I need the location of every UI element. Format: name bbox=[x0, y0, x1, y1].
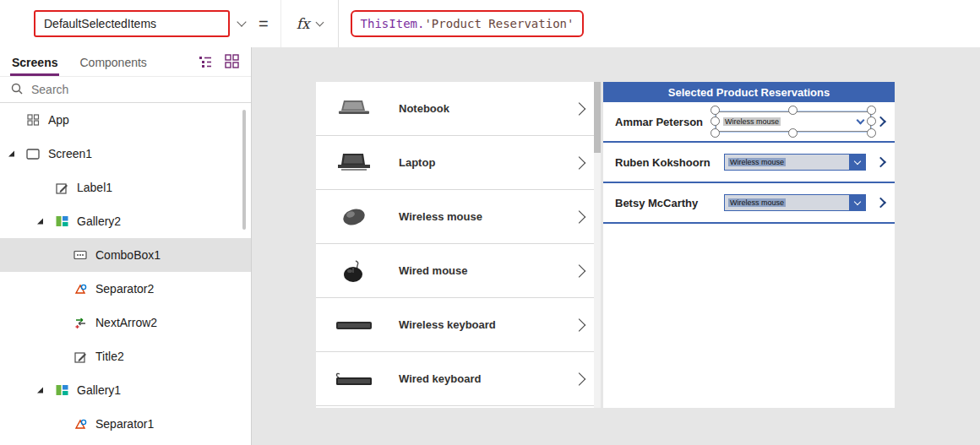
label-icon bbox=[54, 182, 69, 194]
reservation-row[interactable]: Ammar PetersonWireless mouse bbox=[603, 102, 895, 143]
chevron-right-icon[interactable] bbox=[573, 264, 586, 278]
gallery-scrollbar-thumb[interactable] bbox=[594, 82, 601, 153]
selection-handle[interactable] bbox=[710, 117, 720, 126]
panel-view-toggles bbox=[198, 54, 239, 76]
app-canvas: NotebookLaptopWireless mouseWired mouseW… bbox=[252, 47, 980, 445]
gallery-scrollbar[interactable] bbox=[594, 82, 601, 408]
tree-item-label1[interactable]: Label1 bbox=[0, 171, 251, 204]
chevron-down-icon bbox=[315, 19, 324, 27]
title-icon bbox=[73, 350, 88, 363]
tree-item-label: NextArrow2 bbox=[95, 316, 157, 329]
chevron-right-icon[interactable] bbox=[573, 210, 586, 224]
chevron-right-icon[interactable] bbox=[875, 198, 886, 209]
search-input[interactable]: Search bbox=[0, 76, 251, 103]
reservation-combobox[interactable]: Wireless mouse bbox=[724, 194, 866, 211]
tab-screens[interactable]: Screens bbox=[10, 51, 59, 76]
reservation-row[interactable]: Betsy McCarthyWireless mouse bbox=[603, 183, 895, 224]
combobox-value: Wireless mouse bbox=[728, 158, 786, 166]
tree-item-title2[interactable]: Title2 bbox=[0, 339, 251, 373]
tree-item-separator2[interactable]: Separator2 bbox=[0, 272, 251, 306]
combobox-value: Wireless mouse bbox=[728, 198, 786, 207]
tree-item-label: Screen1 bbox=[48, 147, 92, 160]
expander-icon[interactable] bbox=[8, 151, 14, 157]
product-name: Notebook bbox=[399, 102, 449, 115]
property-dropdown-value: DefaultSelectedItems bbox=[44, 17, 156, 30]
fx-label: fx bbox=[297, 15, 310, 32]
grid-view-icon[interactable] bbox=[225, 54, 239, 72]
formula-input[interactable]: ThisItem.'Product Reservation' bbox=[351, 10, 585, 37]
search-icon bbox=[10, 82, 24, 98]
tree-item-label: ComboBox1 bbox=[95, 248, 161, 262]
wired-keyboard-image bbox=[333, 371, 375, 388]
tree-item-app[interactable]: App bbox=[0, 103, 251, 137]
wireless-mouse-image bbox=[333, 206, 375, 228]
reservation-gallery-title: Selected Product Reservations bbox=[668, 86, 830, 99]
chevron-right-icon[interactable] bbox=[573, 102, 586, 116]
tree-item-separator1[interactable]: Separator1 bbox=[0, 407, 251, 441]
panel-scrollbar[interactable] bbox=[242, 110, 246, 230]
product-row[interactable]: Wireless keyboard bbox=[316, 298, 601, 352]
tree-item-label: Separator2 bbox=[95, 282, 154, 296]
combobox-value-wrap: Wireless mouse bbox=[725, 155, 849, 170]
tree-view-icon[interactable] bbox=[198, 55, 213, 72]
reservation-gallery-rows: Ammar PetersonWireless mouseRuben Koksho… bbox=[603, 102, 895, 224]
tree-item-label: Label1 bbox=[77, 181, 112, 194]
tab-components[interactable]: Components bbox=[78, 51, 148, 76]
reservation-row[interactable]: Ruben KokshoornWireless mouse bbox=[603, 143, 895, 183]
separator-icon bbox=[73, 418, 88, 430]
tree-item-combobox1[interactable]: ComboBox1 bbox=[0, 238, 251, 272]
selection-handle[interactable] bbox=[710, 106, 720, 115]
selection-handle[interactable] bbox=[867, 106, 876, 115]
expander-icon[interactable] bbox=[37, 388, 43, 393]
chevron-right-icon[interactable] bbox=[875, 157, 886, 168]
tree-item-label: Separator1 bbox=[95, 417, 154, 431]
reservation-gallery-header: Selected Product Reservations bbox=[603, 82, 895, 102]
selection-handle[interactable] bbox=[710, 128, 720, 138]
separator-icon bbox=[73, 283, 88, 295]
chevron-right-icon[interactable] bbox=[573, 156, 586, 170]
product-row[interactable]: Notebook bbox=[316, 82, 601, 136]
expander-icon[interactable] bbox=[37, 219, 43, 225]
chevron-down-icon[interactable] bbox=[857, 117, 865, 125]
chevron-down-icon bbox=[853, 198, 860, 204]
selection-handle[interactable] bbox=[867, 128, 876, 138]
product-gallery: NotebookLaptopWireless mouseWired mouseW… bbox=[316, 82, 601, 408]
product-row[interactable]: Laptop bbox=[316, 136, 601, 190]
selection-handle[interactable] bbox=[788, 128, 798, 138]
tree-panel: Screens Components Search AppScreen1Labe… bbox=[0, 47, 252, 445]
chevron-right-icon[interactable] bbox=[875, 117, 886, 128]
combobox-dropdown-button[interactable] bbox=[849, 195, 865, 210]
formula-toolbar: DefaultSelectedItems = fx ThisItem.'Prod… bbox=[0, 0, 980, 47]
reservation-combobox-selected[interactable]: Wireless mouse bbox=[716, 111, 871, 132]
tree-item-gallery1[interactable]: Gallery1 bbox=[0, 373, 251, 407]
chevron-down-icon[interactable] bbox=[237, 17, 246, 26]
tree-item-gallery2[interactable]: Gallery2 bbox=[0, 204, 251, 238]
property-dropdown[interactable]: DefaultSelectedItems bbox=[34, 10, 230, 37]
tree-item-label: Gallery2 bbox=[77, 214, 121, 228]
product-name: Wireless keyboard bbox=[399, 318, 496, 331]
reservation-person-name: Ammar Peterson bbox=[615, 116, 703, 128]
tree-item-label: Title2 bbox=[95, 350, 124, 363]
tree-item-nextarrow2[interactable]: NextArrow2 bbox=[0, 306, 251, 339]
tree-view: AppScreen1Label1Gallery2ComboBox1Separat… bbox=[0, 103, 251, 441]
wired-mouse-image bbox=[333, 259, 375, 283]
fx-dropdown[interactable]: fx bbox=[280, 0, 339, 47]
selection-handle[interactable] bbox=[788, 106, 798, 115]
chevron-right-icon[interactable] bbox=[573, 318, 586, 332]
reservation-person-name: Betsy McCarthy bbox=[615, 197, 698, 209]
product-row[interactable]: Wireless mouse bbox=[316, 190, 601, 244]
chevron-right-icon[interactable] bbox=[573, 372, 586, 386]
gallery-icon bbox=[54, 384, 69, 396]
product-row[interactable]: Wired keyboard bbox=[316, 352, 601, 406]
nextarrow-icon bbox=[73, 317, 88, 329]
product-name: Wired mouse bbox=[399, 264, 468, 277]
tree-item-screen1[interactable]: Screen1 bbox=[0, 137, 251, 171]
main-content: Screens Components Search AppScreen1Labe… bbox=[0, 47, 980, 445]
product-row[interactable]: Wired mouse bbox=[316, 244, 601, 298]
reservation-combobox[interactable]: Wireless mouse bbox=[724, 154, 866, 171]
combobox-value-wrap: Wireless mouse bbox=[725, 195, 849, 210]
combobox-dropdown-button[interactable] bbox=[849, 155, 865, 170]
wireless-keyboard-image bbox=[333, 317, 375, 333]
combobox-icon bbox=[73, 250, 88, 260]
product-name: Wired keyboard bbox=[399, 372, 481, 385]
